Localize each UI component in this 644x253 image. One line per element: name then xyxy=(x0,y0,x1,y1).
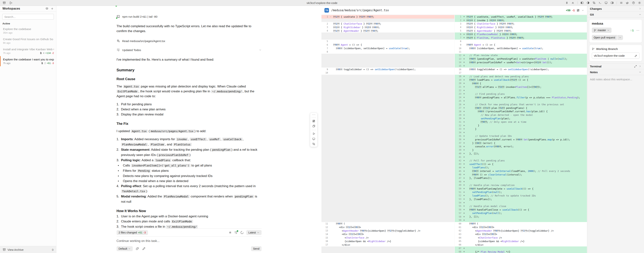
line-number: 17 xyxy=(455,72,464,74)
line-number: 36 xyxy=(455,138,464,141)
git-compare-icon[interactable] xyxy=(312,142,315,146)
spark-icon[interactable] xyxy=(229,231,232,234)
diff-line-old xyxy=(322,162,454,166)
chevron-down-icon[interactable] xyxy=(259,48,262,51)
conversation-scroll-area[interactable]: npm run build 2>&1 | tail -80The build c… xyxy=(56,6,322,228)
megaphone-icon[interactable] xyxy=(626,1,629,4)
gear-icon[interactable] xyxy=(638,1,641,4)
spinner-icon xyxy=(240,231,244,234)
diff-scroll-area[interactable]: 1-1 { useState } 2 0;1+1 { useSt… xyxy=(322,15,587,253)
edit-branch-icon[interactable] xyxy=(634,54,638,57)
tool-call-row[interactable]: Read medusa/src/pages/Agent.tsx xyxy=(116,39,262,42)
monitor-icon[interactable] xyxy=(604,1,608,4)
help-icon[interactable] xyxy=(632,1,635,4)
collapse-file-icon[interactable] xyxy=(582,9,584,12)
text: , xyxy=(207,138,208,141)
diff-sign: + xyxy=(464,205,466,208)
workspace-item[interactable]: Explore the codebase I want you to exp7h… xyxy=(0,56,56,66)
changes-section-header[interactable]: Changes xyxy=(587,6,644,12)
git-compare-icon[interactable] xyxy=(592,1,596,4)
latest-label: Latest xyxy=(248,231,256,234)
panel-right-icon[interactable] xyxy=(610,1,614,4)
dots-icon[interactable] xyxy=(312,114,316,115)
bold-text: State management xyxy=(121,148,150,152)
chevron-down-icon xyxy=(128,247,131,250)
diff-sign: + xyxy=(464,149,466,151)
diff-deletions: -1 xyxy=(572,9,575,12)
diff-line-new: 19+ 0 loadPlans = useCallback(1 () =… xyxy=(454,78,587,82)
panel-left-icon[interactable] xyxy=(580,1,584,4)
diff-sign: + xyxy=(464,177,466,180)
terminal-section-header[interactable]: Terminal xyxy=(587,64,644,69)
diff-line-new: 41 { RightSidebar } 2 0; xyxy=(454,26,587,29)
diff-row: 14+ 0 previousPlanIdsRef = useRef<Set<… xyxy=(322,60,587,64)
inline-code: useCallback xyxy=(222,138,242,141)
diff-sign: - xyxy=(330,16,333,18)
mode-label: Default xyxy=(119,247,127,250)
todos-status-button[interactable] xyxy=(234,231,238,234)
diff-sign: + xyxy=(464,250,466,253)
code-text: 0 loadPlans = useCallback(1 () => { xyxy=(466,78,587,81)
line-number: 35 xyxy=(455,135,464,138)
send-button[interactable]: Send xyxy=(251,246,262,251)
text: Poll for pending plans xyxy=(121,102,152,106)
mode-dropdown[interactable]: Default xyxy=(116,246,133,251)
diff-row: 42+ // Poll for pending plans xyxy=(322,159,587,162)
diff-line-new: 1+1 { useState, useEffect, useRef, use… xyxy=(454,15,587,18)
diff-line-old xyxy=(322,57,454,60)
workspaces-header: Workspaces xyxy=(0,6,56,12)
double-chevron-up-icon[interactable] xyxy=(571,1,574,4)
code-text: {sidebarOpen && <RightSidebar />} xyxy=(466,240,587,243)
deletions-count: -3 xyxy=(52,62,54,64)
message-input[interactable] xyxy=(116,239,262,243)
notes-section-header[interactable]: Notes xyxy=(587,69,644,75)
diff-row: 26+ // Check for new pending plans that … xyxy=(322,103,587,106)
latest-dropdown[interactable]: Latest xyxy=(246,230,262,235)
diff-line-new: 22+ xyxy=(454,88,587,92)
workspace-stats: 4+134-2 xyxy=(40,52,54,54)
tool-call-row[interactable]: Updated Todos xyxy=(116,48,262,52)
tool-call-row[interactable]: npm run build 2>&1 | tail -80 xyxy=(116,15,262,18)
notes-placeholder[interactable]: Add notes about this workspace... xyxy=(587,75,644,84)
inline-code: previousPlanIdsRef xyxy=(158,153,190,157)
diff-line-old xyxy=(322,60,454,64)
branch-selector[interactable]: master xyxy=(592,28,612,33)
plus-icon[interactable] xyxy=(51,7,54,10)
code-text: 1 { AgentHeader } 2 0; xyxy=(466,30,587,32)
open-pull-request-button[interactable]: Open pull request xyxy=(592,35,617,40)
diff-line-old: 17 </div> xyxy=(322,243,454,246)
diff-file-header[interactable]: TS /medusa/medusa/src/pages/Agent.tsx +5… xyxy=(322,6,587,15)
more-options-button[interactable]: ⋯ xyxy=(636,28,640,32)
pause-icon[interactable] xyxy=(565,1,568,4)
contrast-icon[interactable] xyxy=(586,1,590,4)
terminal-prompt-icon[interactable] xyxy=(598,1,602,4)
copy-icon[interactable] xyxy=(312,124,316,128)
code-text: 0 ( xyxy=(466,222,587,225)
pr-dropdown-button[interactable] xyxy=(617,35,623,40)
working-branch-input[interactable] xyxy=(594,54,634,57)
code-text: }, []); xyxy=(466,215,587,218)
play-icon[interactable] xyxy=(312,132,316,135)
workspace-item[interactable]: Create Good First Issues on Github So p6… xyxy=(0,36,56,46)
view-archive-button[interactable]: View Archive 0 xyxy=(0,246,56,253)
monitor-icon[interactable] xyxy=(312,138,315,140)
diff-line-new: 68+ {/* Plan Review Modal */} xyxy=(454,250,587,253)
workspace-item[interactable]: Explore the codebase35m ago xyxy=(0,26,56,36)
search-input[interactable] xyxy=(2,14,54,20)
git-section-header[interactable]: Git xyxy=(587,12,644,18)
list-marker: • xyxy=(116,174,123,178)
text: : Added a xyxy=(140,158,154,162)
diff-off-icon[interactable] xyxy=(312,120,315,122)
files-changed-chip[interactable]: 2 files changed +61 -3 xyxy=(116,230,148,235)
diff-line-new: 45+ 0 interval = setInterval(loadPlans… xyxy=(454,169,587,173)
menu-icon[interactable] xyxy=(620,1,623,4)
layers-icon[interactable] xyxy=(46,7,48,10)
code-text: } 0 (error) { xyxy=(466,142,587,144)
paperclip-icon[interactable] xyxy=(136,247,139,250)
split-view-icon[interactable] xyxy=(576,9,580,12)
pen-icon[interactable] xyxy=(142,247,146,250)
workspace-item[interactable]: Install and integrate Vibe Kanban Web C7… xyxy=(0,46,56,56)
line-number: 51 xyxy=(455,191,464,194)
list-item: •Detects new plans by comparing against … xyxy=(116,174,262,178)
expand-icon[interactable] xyxy=(634,65,637,68)
